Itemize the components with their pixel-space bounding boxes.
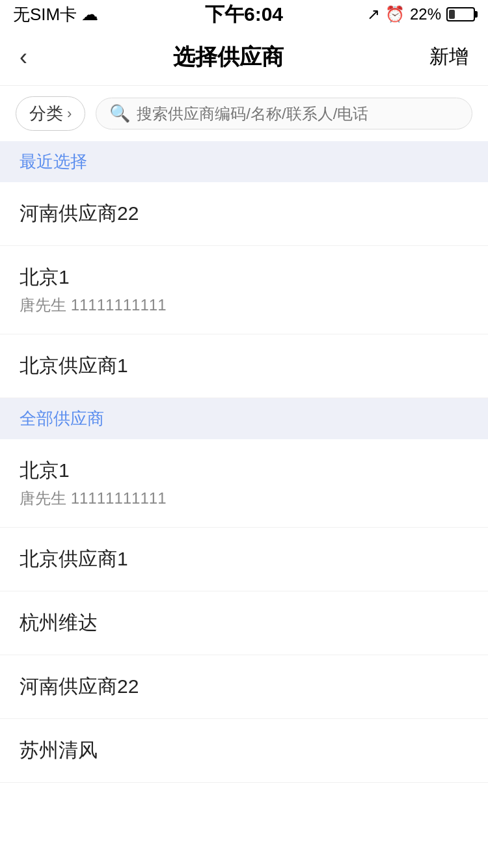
item-name: 河南供应商22	[20, 673, 468, 700]
status-bar: 无SIM卡 ☁ 下午6:04 ↗ ⏰ 22%	[0, 0, 488, 29]
search-icon: 🔍	[109, 103, 130, 124]
alarm-icon: ⏰	[385, 5, 405, 23]
item-name: 北京供应商1	[20, 353, 468, 379]
list-item[interactable]: 北京供应商1	[0, 334, 488, 398]
item-name: 北京供应商1	[20, 546, 468, 573]
category-button[interactable]: 分类 ›	[16, 96, 85, 131]
search-box: 🔍	[96, 98, 472, 129]
list-item[interactable]: 北京供应商1	[0, 528, 488, 591]
item-name: 杭州维达	[20, 610, 468, 636]
item-detail: 唐先生 11111111111	[20, 488, 468, 509]
list-item[interactable]: 北京1唐先生 11111111111	[0, 439, 488, 528]
list-item[interactable]: 河南供应商22	[0, 182, 488, 246]
recent-section-header: 最近选择	[0, 141, 488, 182]
back-button[interactable]: ‹	[20, 44, 27, 71]
battery-percent: 22%	[410, 5, 441, 23]
no-sim-label: 无SIM卡 ☁	[13, 3, 98, 26]
chevron-right-icon: ›	[67, 105, 72, 122]
item-name: 苏州清风	[20, 737, 468, 764]
all-section-header: 全部供应商	[0, 398, 488, 439]
add-button[interactable]: 新增	[429, 44, 468, 70]
recent-list: 河南供应商22北京1唐先生 11111111111北京供应商1	[0, 182, 488, 398]
nav-bar: ‹ 选择供应商 新增	[0, 29, 488, 86]
list-item[interactable]: 苏州清风	[0, 719, 488, 783]
item-name: 北京1	[20, 457, 468, 484]
filter-bar: 分类 › 🔍	[0, 86, 488, 141]
all-list: 北京1唐先生 11111111111北京供应商1杭州维达河南供应商22苏州清风	[0, 439, 488, 783]
battery-icon	[446, 7, 475, 21]
status-left: 无SIM卡 ☁	[13, 3, 98, 26]
list-item[interactable]: 河南供应商22	[0, 655, 488, 719]
list-item[interactable]: 杭州维达	[0, 591, 488, 655]
location-icon: ↗	[367, 5, 380, 23]
item-name: 北京1	[20, 264, 468, 291]
search-input[interactable]	[137, 105, 459, 123]
item-name: 河南供应商22	[20, 200, 468, 227]
category-label: 分类	[29, 102, 63, 125]
status-right: ↗ ⏰ 22%	[367, 5, 475, 23]
item-detail: 唐先生 11111111111	[20, 295, 468, 316]
status-time: 下午6:04	[205, 1, 283, 28]
page-title: 选择供应商	[173, 42, 284, 72]
list-item[interactable]: 北京1唐先生 11111111111	[0, 246, 488, 334]
